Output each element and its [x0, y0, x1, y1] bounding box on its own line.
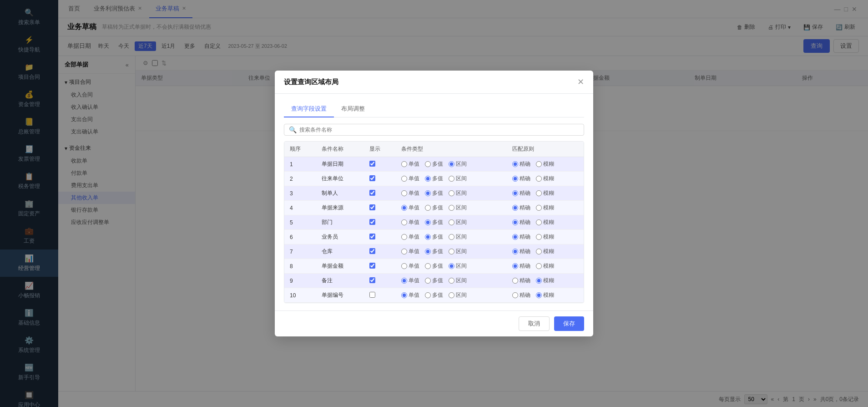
condtype-radio-label[interactable]: 单值	[401, 204, 419, 212]
matchrule-radio[interactable]	[536, 292, 542, 298]
show-checkbox[interactable]	[369, 219, 375, 225]
modal-tab-layout-adjust[interactable]: 布局调整	[334, 101, 372, 117]
matchrule-radio[interactable]	[512, 205, 518, 211]
condtype-radio[interactable]	[401, 161, 407, 167]
condtype-radio[interactable]	[425, 249, 431, 254]
matchrule-radio-label[interactable]: 模糊	[536, 233, 554, 241]
condtype-radio-label[interactable]: 区间	[449, 189, 467, 197]
matchrule-radio[interactable]	[536, 249, 542, 254]
condtype-radio-label[interactable]: 单值	[401, 277, 419, 285]
matchrule-radio[interactable]	[536, 219, 542, 225]
condtype-radio[interactable]	[449, 278, 454, 284]
matchrule-radio-label[interactable]: 精确	[512, 160, 530, 168]
condtype-radio-label[interactable]: 单值	[401, 219, 419, 226]
matchrule-radio-label[interactable]: 模糊	[536, 291, 554, 299]
matchrule-radio-label[interactable]: 精确	[512, 262, 530, 270]
condtype-radio[interactable]	[449, 219, 454, 225]
condtype-radio[interactable]	[401, 219, 407, 225]
condtype-radio[interactable]	[401, 176, 407, 182]
show-checkbox[interactable]	[369, 292, 375, 298]
matchrule-radio[interactable]	[536, 161, 542, 167]
condtype-radio[interactable]	[425, 234, 431, 240]
condtype-radio[interactable]	[449, 176, 454, 182]
condtype-radio-label[interactable]: 多值	[425, 233, 443, 241]
condtype-radio[interactable]	[449, 249, 454, 254]
condtype-radio[interactable]	[425, 161, 431, 167]
condtype-radio[interactable]	[425, 292, 431, 298]
matchrule-radio-label[interactable]: 精确	[512, 233, 530, 241]
matchrule-radio[interactable]	[512, 234, 518, 240]
condtype-radio[interactable]	[401, 234, 407, 240]
matchrule-radio-label[interactable]: 精确	[512, 248, 530, 255]
matchrule-radio-label[interactable]: 模糊	[536, 160, 554, 168]
condtype-radio-label[interactable]: 区间	[449, 291, 467, 299]
condtype-radio[interactable]	[425, 219, 431, 225]
matchrule-radio[interactable]	[536, 205, 542, 211]
matchrule-radio-label[interactable]: 精确	[512, 219, 530, 226]
condtype-radio-label[interactable]: 区间	[449, 204, 467, 212]
modal-cancel-button[interactable]: 取消	[519, 316, 550, 331]
matchrule-radio[interactable]	[512, 219, 518, 225]
condtype-radio[interactable]	[449, 190, 454, 196]
show-checkbox[interactable]	[369, 248, 375, 254]
condtype-radio[interactable]	[401, 292, 407, 298]
condtype-radio[interactable]	[449, 161, 454, 167]
modal-tab-field-settings[interactable]: 查询字段设置	[284, 101, 334, 117]
matchrule-radio[interactable]	[536, 278, 542, 284]
show-checkbox[interactable]	[369, 161, 375, 167]
matchrule-radio-label[interactable]: 模糊	[536, 248, 554, 255]
condtype-radio-label[interactable]: 多值	[425, 277, 443, 285]
modal-close-button[interactable]: ✕	[577, 77, 584, 87]
condtype-radio-label[interactable]: 区间	[449, 233, 467, 241]
matchrule-radio-label[interactable]: 模糊	[536, 189, 554, 197]
show-checkbox[interactable]	[369, 175, 375, 181]
condtype-radio[interactable]	[449, 234, 454, 240]
show-checkbox[interactable]	[369, 234, 375, 239]
matchrule-radio[interactable]	[536, 263, 542, 269]
show-checkbox[interactable]	[369, 277, 375, 283]
condtype-radio-label[interactable]: 区间	[449, 160, 467, 168]
condtype-radio[interactable]	[401, 249, 407, 254]
condtype-radio[interactable]	[425, 278, 431, 284]
show-checkbox[interactable]	[369, 263, 375, 269]
condtype-radio-label[interactable]: 单值	[401, 248, 419, 255]
matchrule-radio-label[interactable]: 模糊	[536, 204, 554, 212]
condtype-radio-label[interactable]: 多值	[425, 175, 443, 183]
condtype-radio-label[interactable]: 区间	[449, 219, 467, 226]
modal-save-button[interactable]: 保存	[554, 316, 584, 331]
matchrule-radio[interactable]	[512, 278, 518, 284]
condtype-radio-label[interactable]: 多值	[425, 248, 443, 255]
modal-search-input[interactable]	[299, 127, 579, 133]
matchrule-radio-label[interactable]: 精确	[512, 277, 530, 285]
matchrule-radio-label[interactable]: 精确	[512, 189, 530, 197]
matchrule-radio-label[interactable]: 模糊	[536, 262, 554, 270]
condtype-radio-label[interactable]: 多值	[425, 262, 443, 270]
condtype-radio[interactable]	[425, 263, 431, 269]
matchrule-radio[interactable]	[536, 234, 542, 240]
condtype-radio[interactable]	[425, 190, 431, 196]
condtype-radio[interactable]	[425, 205, 431, 211]
condtype-radio-label[interactable]: 区间	[449, 277, 467, 285]
condtype-radio-label[interactable]: 多值	[425, 291, 443, 299]
matchrule-radio[interactable]	[512, 161, 518, 167]
matchrule-radio-label[interactable]: 精确	[512, 291, 530, 299]
matchrule-radio[interactable]	[512, 190, 518, 196]
matchrule-radio[interactable]	[536, 190, 542, 196]
condtype-radio-label[interactable]: 单值	[401, 262, 419, 270]
condtype-radio-label[interactable]: 多值	[425, 160, 443, 168]
matchrule-radio-label[interactable]: 模糊	[536, 277, 554, 285]
matchrule-radio-label[interactable]: 精确	[512, 204, 530, 212]
condtype-radio-label[interactable]: 区间	[449, 175, 467, 183]
condtype-radio-label[interactable]: 单值	[401, 189, 419, 197]
matchrule-radio-label[interactable]: 模糊	[536, 219, 554, 226]
condtype-radio[interactable]	[449, 205, 454, 211]
condtype-radio[interactable]	[401, 263, 407, 269]
matchrule-radio-label[interactable]: 精确	[512, 175, 530, 183]
matchrule-radio[interactable]	[512, 176, 518, 182]
condtype-radio[interactable]	[425, 176, 431, 182]
matchrule-radio[interactable]	[512, 292, 518, 298]
condtype-radio-label[interactable]: 单值	[401, 233, 419, 241]
condtype-radio[interactable]	[401, 278, 407, 284]
show-checkbox[interactable]	[369, 204, 375, 210]
matchrule-radio[interactable]	[512, 249, 518, 254]
